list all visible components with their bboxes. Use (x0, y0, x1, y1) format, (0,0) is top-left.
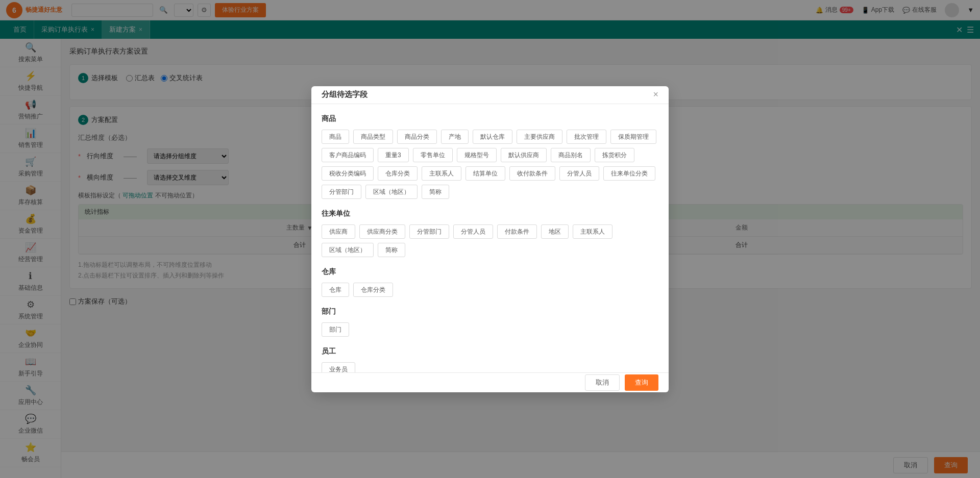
field-tag[interactable]: 分管部门 (409, 224, 449, 239)
field-tag[interactable]: 主联系人 (573, 224, 612, 239)
employee-fields: 业务员 (322, 362, 658, 372)
modal-cancel-button[interactable]: 取消 (585, 374, 620, 391)
field-tag[interactable]: 商品别名 (551, 148, 591, 162)
field-tag[interactable]: 往来单位分类 (603, 166, 655, 181)
field-tag[interactable]: 仓库分类 (353, 283, 393, 297)
field-tag[interactable]: 部门 (322, 322, 349, 337)
field-tag[interactable]: 简称 (378, 243, 405, 257)
field-tag[interactable]: 区域（地区） (365, 185, 418, 199)
field-tag[interactable]: 供应商 (322, 224, 355, 239)
field-tag[interactable]: 规格型号 (457, 148, 497, 162)
field-tag[interactable]: 零售单位 (413, 148, 453, 162)
field-tag[interactable]: 分管人员 (559, 166, 599, 181)
counterpart-group-title: 往来单位 (322, 209, 658, 218)
field-tag[interactable]: 保质期管理 (610, 130, 656, 144)
dept-fields: 部门 (322, 322, 658, 337)
field-tag[interactable]: 商品类型 (353, 130, 393, 144)
modal-close-button[interactable]: × (653, 89, 658, 100)
field-group-goods: 商品 商品 商品类型 商品分类 产地 默认仓库 主要供应商 批次管理 保质期管理… (322, 114, 658, 199)
field-tag[interactable]: 产地 (441, 130, 469, 144)
field-group-dept: 部门 部门 (322, 307, 658, 337)
field-tag[interactable]: 默认供应商 (501, 148, 547, 162)
modal-title: 分组待选字段 (322, 90, 368, 99)
field-tag[interactable]: 仓库 (322, 283, 349, 297)
field-tag[interactable]: 供应商分类 (359, 224, 405, 239)
field-group-warehouse: 仓库 仓库 仓库分类 (322, 267, 658, 297)
field-tag[interactable]: 默认仓库 (473, 130, 512, 144)
field-selection-modal: 分组待选字段 × 商品 商品 商品类型 商品分类 产地 默认仓库 主要供应商 批… (311, 86, 669, 392)
goods-group-title: 商品 (322, 114, 658, 123)
field-tag[interactable]: 付款条件 (497, 224, 537, 239)
field-tag[interactable]: 地区 (541, 224, 569, 239)
modal-footer: 取消 查询 (311, 372, 669, 392)
field-tag[interactable]: 拣货积分 (595, 148, 634, 162)
field-tag[interactable]: 业务员 (322, 362, 355, 372)
field-tag[interactable]: 分管部门 (322, 185, 361, 199)
field-tag[interactable]: 税收分类编码 (322, 166, 374, 181)
field-tag[interactable]: 客户商品编码 (322, 148, 374, 162)
field-tag[interactable]: 结算单位 (465, 166, 505, 181)
employee-group-title: 员工 (322, 347, 658, 356)
warehouse-group-title: 仓库 (322, 267, 658, 276)
modal-confirm-button[interactable]: 查询 (625, 374, 658, 391)
field-tag[interactable]: 分管人员 (453, 224, 493, 239)
field-tag[interactable]: 主要供应商 (517, 130, 562, 144)
field-group-employee: 员工 业务员 (322, 347, 658, 372)
field-tag[interactable]: 收付款条件 (509, 166, 555, 181)
field-group-counterpart: 往来单位 供应商 供应商分类 分管部门 分管人员 付款条件 地区 主联系人 区域… (322, 209, 658, 257)
dept-group-title: 部门 (322, 307, 658, 316)
field-tag[interactable]: 重量3 (378, 148, 409, 162)
field-tag[interactable]: 简称 (422, 185, 449, 199)
goods-fields: 商品 商品类型 商品分类 产地 默认仓库 主要供应商 批次管理 保质期管理 客户… (322, 130, 658, 199)
modal-body[interactable]: 商品 商品 商品类型 商品分类 产地 默认仓库 主要供应商 批次管理 保质期管理… (311, 104, 669, 372)
field-tag[interactable]: 批次管理 (567, 130, 606, 144)
field-tag[interactable]: 商品分类 (397, 130, 437, 144)
field-tag[interactable]: 仓库分类 (378, 166, 418, 181)
field-tag[interactable]: 主联系人 (422, 166, 461, 181)
field-tag[interactable]: 区域（地区） (322, 243, 374, 257)
field-tag[interactable]: 商品 (322, 130, 349, 144)
modal-header: 分组待选字段 × (311, 86, 669, 105)
modal-overlay: 分组待选字段 × 商品 商品 商品类型 商品分类 产地 默认仓库 主要供应商 批… (0, 0, 980, 478)
counterpart-fields: 供应商 供应商分类 分管部门 分管人员 付款条件 地区 主联系人 区域（地区） … (322, 224, 658, 257)
warehouse-fields: 仓库 仓库分类 (322, 283, 658, 297)
